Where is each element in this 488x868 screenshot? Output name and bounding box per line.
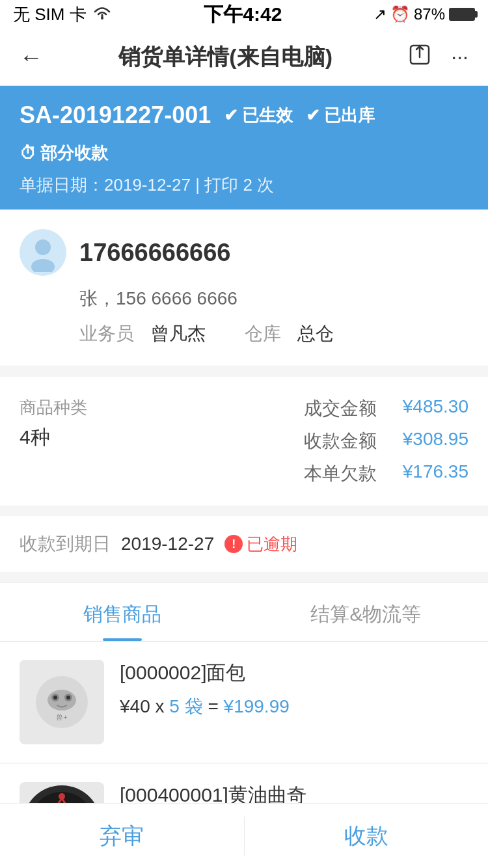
deal-amount-label: 成交金额 (304, 396, 377, 421)
product-total-1: ¥199.99 (224, 696, 290, 716)
svg-point-0 (101, 17, 103, 20)
alarm-icon: ⏰ (390, 5, 410, 23)
page-title: 销货单详情(来自电脑) (118, 42, 332, 72)
order-id-row: SA-20191227-001 ✔ 已生效 ✔ 已出库 ⏱ 部分收款 (20, 102, 468, 165)
overdue-text: 已逾期 (247, 533, 297, 556)
battery-percent: 87% (414, 5, 445, 23)
confirm-button[interactable]: 收款 (245, 808, 489, 864)
status-right: ↗ ⏰ 87% (373, 5, 475, 23)
owed-label: 本单欠款 (304, 461, 377, 486)
status-partial: ⏱ 部分收款 (20, 142, 108, 165)
overdue-badge: ! 已逾期 (224, 533, 297, 556)
status-left: 无 SIM 卡 (13, 3, 113, 26)
owed-row: 本单欠款 ¥176.35 (304, 461, 468, 486)
customer-section: 17666666666 张，156 6666 6666 业务员 曾凡杰 仓库 总… (0, 210, 488, 366)
summary-left: 商品种类 4种 (20, 396, 87, 451)
overdue-icon: ! (224, 535, 243, 553)
avatar (20, 229, 66, 276)
share-icon[interactable] (408, 43, 431, 72)
clock-icon: ⏱ (20, 143, 36, 163)
tab-sales-products[interactable]: 销售商品 (0, 583, 244, 641)
location-icon: ↗ (373, 5, 386, 23)
due-section: 收款到期日 2019-12-27 ! 已逾期 (0, 506, 488, 572)
wifi-icon (92, 5, 113, 25)
header-banner: SA-20191227-001 ✔ 已生效 ✔ 已出库 ⏱ 部分收款 单据日期：… (0, 86, 488, 210)
summary-section: 商品种类 4种 成交金额 ¥485.30 收款金额 ¥308.95 本单欠款 ¥… (0, 366, 488, 506)
product-info-1: [0000002]面包 ¥40 x 5 袋 = ¥199.99 (120, 660, 468, 719)
svg-point-8 (53, 696, 57, 699)
customer-meta: 业务员 曾凡杰 仓库 总仓 (20, 321, 468, 346)
due-label: 收款到期日 (20, 532, 111, 556)
customer-name-row: 17666666666 (20, 229, 468, 276)
due-date-value: 2019-12-27 (121, 534, 214, 554)
back-button[interactable]: ← (20, 44, 43, 71)
product-price-1: ¥40 x 5 袋 = ¥199.99 (120, 694, 468, 719)
status-time: 下午4:42 (204, 1, 282, 28)
battery-icon (449, 8, 475, 21)
status-shipped: ✔ 已出库 (306, 104, 375, 127)
deal-amount-value: ¥485.30 (403, 396, 468, 421)
warehouse-value: 总仓 (297, 323, 334, 344)
category-count: 4种 (20, 424, 87, 451)
check-icon-1: ✔ (224, 105, 238, 126)
bread-placeholder: 兽+ (20, 660, 104, 744)
product-thumbnail-1: 兽+ (20, 660, 104, 744)
customer-id: 17666666666 (79, 239, 230, 267)
received-label: 收款金额 (304, 429, 377, 454)
summary-right: 成交金额 ¥485.30 收款金额 ¥308.95 本单欠款 ¥176.35 (304, 396, 468, 486)
svg-point-3 (31, 259, 55, 272)
order-date-row: 单据日期：2019-12-27 | 打印 2 次 (20, 174, 468, 197)
more-icon[interactable]: ··· (451, 45, 468, 69)
svg-text:兽+: 兽+ (56, 713, 67, 721)
nav-bar: ← 销货单详情(来自电脑) ··· (0, 29, 488, 86)
bottom-bar: 弃审 收款 (0, 803, 488, 868)
product-name-1: [0000002]面包 (120, 660, 468, 686)
warehouse-label: 仓库 总仓 (245, 321, 334, 346)
customer-phone: 张，156 6666 6666 (20, 286, 468, 311)
svg-point-9 (66, 696, 70, 699)
category-label: 商品种类 (20, 396, 87, 419)
nav-actions: ··· (408, 43, 468, 72)
deal-amount-row: 成交金额 ¥485.30 (304, 396, 468, 421)
svg-point-19 (59, 793, 65, 800)
status-effective: ✔ 已生效 (224, 104, 293, 127)
received-row: 收款金额 ¥308.95 (304, 429, 468, 454)
cancel-button[interactable]: 弃审 (0, 808, 244, 864)
order-id: SA-20191227-001 (20, 102, 211, 129)
owed-value: ¥176.35 (403, 461, 468, 486)
status-bar: 无 SIM 卡 下午4:42 ↗ ⏰ 87% (0, 0, 488, 29)
list-item: 兽+ [0000002]面包 ¥40 x 5 袋 = ¥199.99 (0, 642, 488, 763)
tab-settlement[interactable]: 结算&物流等 (244, 583, 488, 641)
check-icon-2: ✔ (306, 105, 320, 126)
tabs-container: 销售商品 结算&物流等 (0, 582, 488, 642)
salesperson-label: 业务员 曾凡杰 (79, 321, 206, 346)
product-qty-1: 5 (169, 696, 180, 716)
carrier-text: 无 SIM 卡 (13, 3, 87, 26)
svg-point-2 (35, 239, 51, 255)
salesperson-value: 曾凡杰 (151, 323, 206, 344)
received-value: ¥308.95 (403, 429, 468, 454)
